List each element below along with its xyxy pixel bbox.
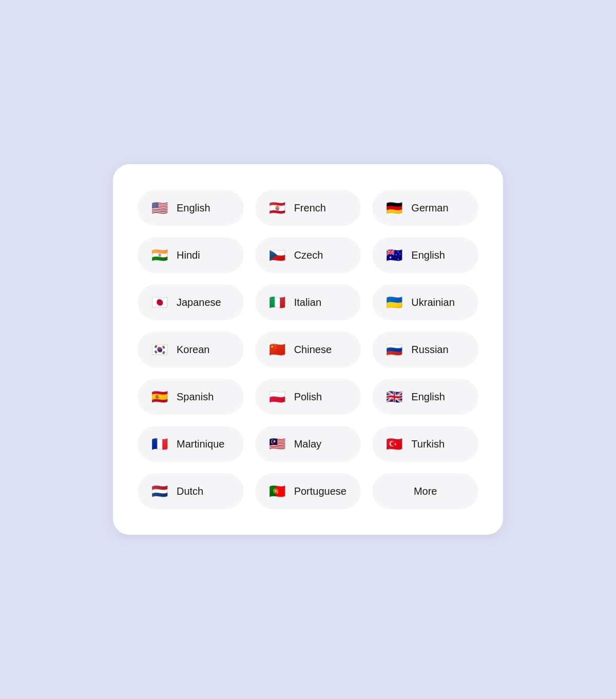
- flag-korean: 🇰🇷: [149, 339, 170, 360]
- flag-chinese: 🇨🇳: [266, 339, 288, 360]
- lang-btn-spanish[interactable]: 🇪🇸Spanish: [138, 379, 244, 415]
- lang-label-malay: Malay: [294, 438, 321, 450]
- flag-hindi: 🇮🇳: [149, 244, 170, 266]
- flag-dutch: 🇳🇱: [149, 480, 170, 502]
- flag-turkish: 🇹🇷: [383, 433, 405, 455]
- lang-btn-italian[interactable]: 🇮🇹Italian: [255, 284, 361, 320]
- lang-label-russian: Russian: [411, 344, 448, 356]
- lang-label-english-gb: English: [411, 391, 445, 403]
- flag-spanish: 🇪🇸: [149, 386, 170, 407]
- lang-btn-dutch[interactable]: 🇳🇱Dutch: [138, 473, 244, 509]
- flag-portuguese: 🇵🇹: [266, 480, 288, 502]
- lang-btn-martinique[interactable]: 🇫🇷Martinique: [138, 426, 244, 462]
- lang-label-polish: Polish: [294, 391, 322, 403]
- lang-label-dutch: Dutch: [177, 486, 203, 497]
- flag-italian: 🇮🇹: [266, 292, 288, 313]
- lang-label-turkish: Turkish: [411, 438, 445, 450]
- lang-btn-czech[interactable]: 🇨🇿Czech: [255, 237, 361, 273]
- lang-label-korean: Korean: [177, 344, 210, 356]
- lang-btn-english-us[interactable]: 🇺🇸English: [138, 190, 244, 226]
- lang-label-japanese: Japanese: [177, 297, 221, 308]
- flag-ukrainian: 🇺🇦: [383, 292, 405, 313]
- lang-label-hindi: Hindi: [177, 249, 200, 261]
- lang-btn-hindi[interactable]: 🇮🇳Hindi: [138, 237, 244, 273]
- lang-label-english-us: English: [177, 202, 210, 214]
- flag-french: 🇵🇫: [266, 197, 288, 219]
- flag-english-us: 🇺🇸: [149, 197, 170, 219]
- lang-label-italian: Italian: [294, 297, 321, 308]
- lang-label-spanish: Spanish: [177, 391, 214, 403]
- lang-label-german: German: [411, 202, 448, 214]
- lang-label-czech: Czech: [294, 249, 323, 261]
- lang-btn-english-au[interactable]: 🇦🇺English: [372, 237, 478, 273]
- language-grid: 🇺🇸English🇵🇫French🇩🇪German🇮🇳Hindi🇨🇿Czech🇦…: [138, 190, 478, 509]
- lang-btn-japanese[interactable]: 🇯🇵Japanese: [138, 284, 244, 320]
- lang-btn-portuguese[interactable]: 🇵🇹Portuguese: [255, 473, 361, 509]
- lang-btn-german[interactable]: 🇩🇪German: [372, 190, 478, 226]
- lang-label-english-au: English: [411, 249, 445, 261]
- lang-btn-turkish[interactable]: 🇹🇷Turkish: [372, 426, 478, 462]
- lang-btn-chinese[interactable]: 🇨🇳Chinese: [255, 332, 361, 367]
- lang-label-portuguese: Portuguese: [294, 486, 346, 497]
- lang-label-french: French: [294, 202, 326, 214]
- flag-polish: 🇵🇱: [266, 386, 288, 407]
- lang-label-chinese: Chinese: [294, 344, 332, 356]
- lang-btn-russian[interactable]: 🇷🇺Russian: [372, 332, 478, 367]
- flag-english-au: 🇦🇺: [383, 244, 405, 266]
- flag-malay: 🇲🇾: [266, 433, 288, 455]
- lang-label-ukrainian: Ukrainian: [411, 297, 454, 308]
- lang-btn-french[interactable]: 🇵🇫French: [255, 190, 361, 226]
- flag-russian: 🇷🇺: [383, 339, 405, 360]
- more-button[interactable]: More: [372, 473, 478, 509]
- lang-btn-malay[interactable]: 🇲🇾Malay: [255, 426, 361, 462]
- flag-czech: 🇨🇿: [266, 244, 288, 266]
- lang-btn-english-gb[interactable]: 🇬🇧English: [372, 379, 478, 415]
- language-card: 🇺🇸English🇵🇫French🇩🇪German🇮🇳Hindi🇨🇿Czech🇦…: [113, 164, 503, 535]
- lang-btn-korean[interactable]: 🇰🇷Korean: [138, 332, 244, 367]
- lang-btn-polish[interactable]: 🇵🇱Polish: [255, 379, 361, 415]
- flag-german: 🇩🇪: [383, 197, 405, 219]
- flag-martinique: 🇫🇷: [149, 433, 170, 455]
- lang-btn-ukrainian[interactable]: 🇺🇦Ukrainian: [372, 284, 478, 320]
- flag-english-gb: 🇬🇧: [383, 386, 405, 407]
- lang-label-martinique: Martinique: [177, 438, 224, 450]
- flag-japanese: 🇯🇵: [149, 292, 170, 313]
